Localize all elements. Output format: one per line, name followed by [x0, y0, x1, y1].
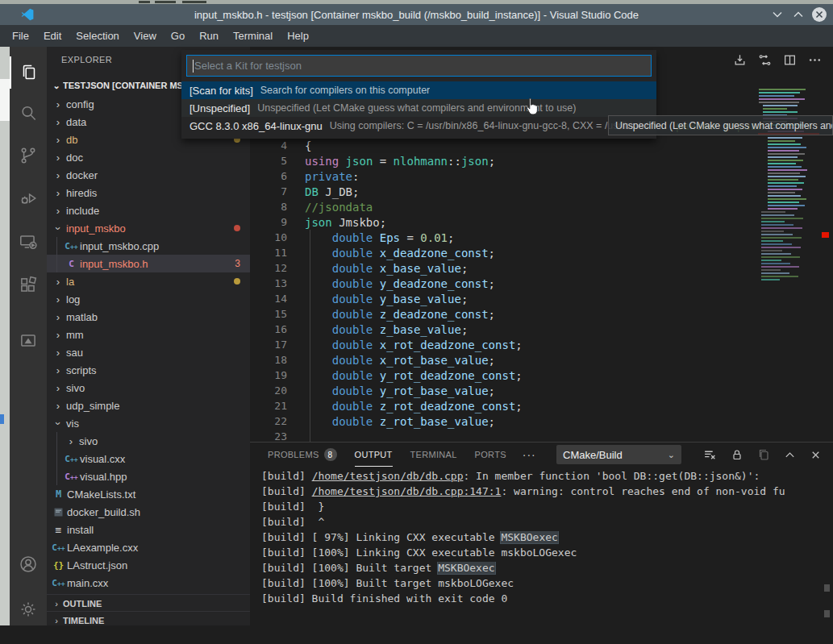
line-number[interactable]: 18 [250, 354, 287, 366]
tree-item-matlab[interactable]: ›matlab [47, 308, 250, 326]
menu-item-edit[interactable]: Edit [36, 25, 69, 47]
tree-item-cmakelists-txt[interactable]: MCMakeLists.txt [47, 485, 250, 503]
line-number[interactable]: 21 [250, 400, 287, 412]
cmake-tools-icon[interactable] [10, 325, 47, 357]
line-number[interactable]: 22 [250, 415, 287, 427]
open-output-in-editor-icon[interactable] [757, 448, 770, 461]
code-line-16[interactable]: 16 double z_base_value; [250, 322, 758, 337]
tree-item-main-cxx[interactable]: C++main.cxx [47, 574, 250, 592]
code-line-14[interactable]: 14 double y_base_value; [250, 291, 758, 306]
tree-item-visual-cxx[interactable]: C++visual.cxx [47, 450, 250, 467]
maximize-icon[interactable] [791, 7, 806, 22]
extensions-icon[interactable] [10, 269, 47, 301]
quick-pick-input[interactable]: Select a Kit for testjson [186, 55, 652, 77]
tree-item-docker[interactable]: ›docker [47, 166, 250, 184]
code-line-22[interactable]: 22 double z_rot_base_value; [250, 413, 758, 429]
kit-option-2[interactable]: [Unspecified]Unspecified (Let CMake gues… [181, 99, 656, 117]
menu-item-terminal[interactable]: Terminal [226, 25, 280, 47]
settings-gear-icon[interactable] [10, 593, 47, 625]
line-number[interactable]: 15 [250, 308, 287, 320]
account-icon[interactable] [10, 548, 47, 580]
tree-item-vis[interactable]: ›vis [47, 414, 250, 432]
tree-item-doc[interactable]: ›doc [47, 148, 250, 166]
code-line-6[interactable]: 6private: [250, 168, 758, 184]
code-line-19[interactable]: 19 double y_rot_deadzone_const; [250, 368, 758, 383]
tree-item-udp-simple[interactable]: ›udp_simple [47, 397, 250, 414]
tree-item-input-mskbo[interactable]: ›input_mskbo [47, 219, 250, 237]
line-number[interactable]: 14 [250, 293, 287, 305]
tree-item-include[interactable]: ›include [47, 202, 250, 219]
line-number[interactable]: 16 [250, 323, 287, 335]
explorer-icon[interactable] [10, 56, 47, 89]
tree-item-log[interactable]: ›log [47, 290, 250, 308]
switch-header-source-icon[interactable] [758, 53, 772, 67]
line-number[interactable]: 5 [250, 155, 287, 167]
code-line-13[interactable]: 13 double y_deadzone_const; [250, 276, 758, 291]
source-control-icon[interactable] [10, 139, 47, 172]
line-number[interactable]: 13 [250, 277, 287, 289]
tree-item-install[interactable]: ≡install [47, 521, 250, 538]
tree-item-hiredis[interactable]: ›hiredis [47, 184, 250, 202]
code-line-12[interactable]: 12 double x_base_value; [250, 260, 758, 276]
code-line-15[interactable]: 15 double z_deadzone_const; [250, 306, 758, 322]
line-number[interactable]: 4 [250, 139, 287, 152]
file-link[interactable]: /home/testjson/db/db.cpp [312, 470, 464, 482]
code-line-18[interactable]: 18 double x_rot_base_value; [250, 352, 758, 368]
code-line-9[interactable]: 9json Jmskbo; [250, 214, 758, 230]
line-number[interactable]: 11 [250, 247, 287, 259]
line-number[interactable]: 12 [250, 262, 287, 274]
tree-item-lastruct-json[interactable]: {}LAstruct.json [47, 556, 250, 574]
code-line-21[interactable]: 21 double z_rot_deadzone_const; [250, 398, 758, 413]
tree-item-mm[interactable]: ›mm [47, 326, 250, 343]
line-number[interactable]: 9 [250, 216, 287, 228]
line-number[interactable]: 10 [250, 231, 287, 243]
line-number[interactable]: 20 [250, 384, 287, 397]
close-panel-icon[interactable] [810, 449, 822, 461]
minimize-icon[interactable] [770, 7, 785, 22]
line-number[interactable]: 7 [250, 185, 287, 197]
remote-explorer-icon[interactable] [10, 226, 47, 258]
tree-item-input-mskbo-cpp[interactable]: C++input_mskbo.cpp [47, 237, 250, 255]
tree-item-la[interactable]: ›la [47, 272, 250, 290]
kit-option-3[interactable]: GCC 8.3.0 x86_64-linux-gnuUsing compiler… [181, 117, 656, 135]
menu-item-file[interactable]: File [5, 25, 36, 47]
panel-more-icon[interactable]: ··· [523, 448, 536, 461]
code-line-7[interactable]: 7DB J_DB; [250, 184, 758, 199]
menu-item-selection[interactable]: Selection [69, 25, 126, 47]
run-and-debug-icon[interactable] [10, 182, 47, 214]
output-log[interactable]: [build] /home/testjson/db/db.cpp: In mem… [261, 470, 826, 608]
file-link[interactable]: /home/testjson/db/db.cpp:147:1 [312, 485, 502, 497]
menu-item-run[interactable]: Run [192, 25, 226, 47]
code-line-23[interactable]: 23 [250, 429, 758, 442]
maximize-panel-icon[interactable] [784, 449, 796, 461]
panel-tab-problems[interactable]: PROBLEMS8 [268, 442, 337, 467]
line-number[interactable]: 8 [250, 201, 287, 213]
line-number[interactable]: 23 [250, 430, 287, 442]
close-icon[interactable] [812, 7, 827, 22]
code-line-8[interactable]: 8//jsondata [250, 199, 758, 214]
output-channel-select[interactable]: CMake/Build ⌄ [556, 445, 681, 464]
menu-item-go[interactable]: Go [164, 25, 192, 47]
lock-scroll-icon[interactable] [731, 448, 743, 461]
more-actions-icon[interactable] [808, 53, 822, 67]
panel-tab-ports[interactable]: PORTS [475, 442, 506, 467]
code-line-17[interactable]: 17 double x_rot_deadzone_const; [250, 337, 758, 352]
kit-option-1[interactable]: [Scan for kits]Search for compilers on t… [181, 81, 656, 99]
split-editor-icon[interactable] [783, 53, 797, 67]
line-number[interactable]: 19 [250, 369, 287, 381]
tree-item-sivo[interactable]: ›sivo [47, 379, 250, 397]
code-line-4[interactable]: 4{ [250, 138, 758, 153]
code-line-11[interactable]: 11 double x_deadzone_const; [250, 245, 758, 260]
code-line-10[interactable]: 10 double Eps = 0.01; [250, 230, 758, 245]
outline-section[interactable]: › OUTLINE [47, 594, 250, 612]
timeline-section[interactable]: › TIMELINE [47, 611, 250, 629]
tree-item-input-mskbo-h[interactable]: Cinput_mskbo.h3 [47, 255, 250, 272]
code-line-5[interactable]: 5using json = nlohmann::json; [250, 153, 758, 168]
line-number[interactable]: 17 [250, 339, 287, 351]
tree-item-sau[interactable]: ›sau [47, 343, 250, 361]
search-icon[interactable] [10, 97, 47, 129]
tree-item-sivo[interactable]: ›sivo [47, 432, 250, 450]
clear-output-icon[interactable] [703, 448, 717, 462]
tree-item-laexample-cxx[interactable]: C++LAexample.cxx [47, 538, 250, 556]
code-area[interactable]: 4{5using json = nlohmann::json;6private:… [250, 138, 758, 442]
